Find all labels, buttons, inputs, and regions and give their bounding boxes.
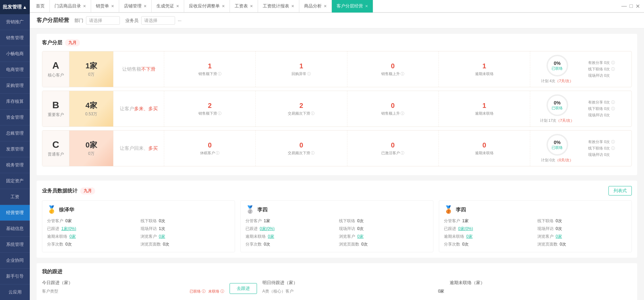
stat-num: 1	[208, 62, 212, 70]
tier-count-num: 0家	[85, 140, 97, 150]
list-view-btn[interactable]: 列表式	[608, 186, 632, 195]
tab-kehu[interactable]: 客户分层经营✕	[332, 0, 373, 13]
sidebar-item-xiaoshou[interactable]: 销售管理	[0, 30, 30, 46]
followup-overdue-col: 逾期未联络（家）	[450, 280, 632, 289]
sidebar-header[interactable]: 批发管理 ▲	[0, 0, 30, 14]
sp-stat-value: 0次	[560, 241, 566, 247]
sidebar-item-caigou[interactable]: 采购管理	[0, 78, 30, 94]
tab-maximize-btn[interactable]: □	[629, 3, 633, 9]
sp-stat-value[interactable]: 0家	[556, 234, 562, 239]
tab-close-btn[interactable]: ✕	[636, 3, 640, 9]
tab-mendian[interactable]: 门店商品目录✕	[50, 0, 91, 13]
tab-close-gongzi_stat[interactable]: ✕	[291, 4, 294, 8]
tab-yingshou[interactable]: 应收应付调整单✕	[184, 0, 230, 13]
tab-close-shangpin[interactable]: ✕	[324, 4, 327, 8]
sp-stat-value[interactable]: 0家	[69, 234, 76, 239]
sp-stat-value[interactable]: 0家(0%)	[260, 226, 275, 232]
sp-stat-label: 逾期未联络	[245, 234, 266, 239]
sp-stat-row: 浏览页面数 0次	[141, 241, 230, 247]
sp-stat-value[interactable]: 0家	[466, 234, 473, 239]
tab-shengcheng[interactable]: 生成凭证✕	[152, 0, 184, 13]
sp-stat-value[interactable]: 0家	[268, 234, 274, 239]
sidebar-item-kucun[interactable]: 库存核算	[0, 94, 30, 110]
sidebar-item-shuiwu[interactable]: 税务管理	[0, 157, 30, 173]
sidebar-item-fapiao[interactable]: 发票管理	[0, 141, 30, 157]
stat-label: 回购异常 ⓘ	[292, 71, 311, 76]
tab-close-kehu[interactable]: ✕	[365, 4, 368, 8]
sidebar-item-zijin[interactable]: 资金管理	[0, 110, 30, 125]
content-area: 客户分层 九月 A 核心客户 1家 0万 让销售额不下滑 1 销售额下滑 ⓘ 1…	[30, 28, 644, 300]
stat-cell-B-1: 2 交易频次下滑 ⓘ	[256, 91, 347, 126]
salesperson-select[interactable]: 请选择	[141, 16, 175, 25]
customer-section-title: 客户分层 九月	[42, 39, 632, 46]
sidebar-item-xiaodian[interactable]: 小畅电商	[0, 46, 30, 62]
goto-followup-btn[interactable]: 去跟进	[230, 283, 257, 294]
tab-actions: — □ ✕	[621, 3, 643, 9]
info-icon[interactable]: ⓘ	[611, 100, 615, 105]
info-icon[interactable]: ⓘ	[611, 67, 615, 72]
sidebar-item-gudingzichan[interactable]: 固定资产	[0, 173, 30, 189]
sp-stat-label: 线下联络	[141, 218, 157, 224]
tab-bar: 首页门店商品目录✕销货单✕店铺管理✕生成凭证✕应收应付调整单✕工资表✕工资统计报…	[30, 0, 644, 13]
sp-stat-value[interactable]: 0家(0%)	[458, 226, 473, 232]
tab-gongzi_stat[interactable]: 工资统计报表✕	[258, 0, 299, 13]
sp-stat-label: 分管客户	[444, 218, 460, 224]
sidebar-item-yun[interactable]: 云应用	[0, 284, 30, 300]
aside-item: 有效分享 0次 ⓘ	[588, 60, 627, 65]
dept-select[interactable]: 请选择	[86, 16, 120, 25]
sp-stat-value: 1家	[264, 218, 270, 224]
tab-close-dianpu[interactable]: ✕	[144, 4, 147, 8]
sidebar-collapse-icon[interactable]: ▲	[22, 4, 27, 10]
sidebar-item-yingxiao[interactable]: 营销推广	[0, 14, 30, 30]
filter-more-btn[interactable]: ···	[178, 18, 181, 23]
info-icon[interactable]: ⓘ	[401, 111, 404, 116]
tab-label-gongzi_tab: 工资表	[235, 3, 248, 9]
sp-stat-value[interactable]: 1家(0%)	[61, 226, 76, 232]
tab-shangpin[interactable]: 商品分析✕	[299, 0, 332, 13]
stat-num: 1	[482, 62, 486, 70]
sp-stat-label: 分享次数	[47, 241, 63, 247]
salesperson-grid: 🥇 徐泽华 分管客户 0家 线下联络 0次 已跟进 1家(0%) 现场拜访 1次…	[42, 200, 632, 252]
info-icon[interactable]: ⓘ	[401, 151, 404, 156]
stat-label: 销售额上升 ⓘ	[381, 71, 404, 76]
tab-close-gongzi_tab[interactable]: ✕	[250, 4, 253, 8]
sidebar-item-qiye[interactable]: 企业协同	[0, 253, 30, 269]
sp-stat-value[interactable]: 0家	[357, 234, 364, 239]
sp-stat-label: 现场拜访	[141, 226, 157, 232]
info-icon[interactable]: ⓘ	[307, 71, 311, 76]
info-icon[interactable]: ⓘ	[218, 71, 221, 76]
tab-xiaohuo[interactable]: 销货单✕	[91, 0, 119, 13]
sidebar-item-dianshang[interactable]: 电商管理	[0, 62, 30, 78]
info-icon[interactable]: ⓘ	[611, 139, 615, 144]
aside-item: 线下联络 0次 ⓘ	[588, 106, 627, 111]
tab-gongzi_tab[interactable]: 工资表✕	[230, 0, 258, 13]
sp-stat-value[interactable]: 0家	[159, 234, 165, 239]
info-icon[interactable]: ⓘ	[218, 111, 221, 116]
info-icon[interactable]: ⓘ	[216, 151, 219, 156]
info-icon[interactable]: ⓘ	[401, 71, 404, 76]
tab-close-shengcheng[interactable]: ✕	[176, 4, 179, 8]
tab-pin-btn[interactable]: —	[621, 3, 627, 9]
info-icon[interactable]: ⓘ	[611, 146, 615, 151]
sidebar-item-xinshou[interactable]: 新手引导	[0, 269, 30, 284]
followup-overdue-title: 逾期未联络（家）	[450, 280, 632, 286]
sidebar-item-jichu[interactable]: 基础信息	[0, 221, 30, 237]
tab-dianpu[interactable]: 店铺管理✕	[119, 0, 152, 13]
sp-stat-label: 线下联络	[339, 218, 355, 224]
tab-label-xiaohuo: 销货单	[96, 3, 109, 9]
stat-cell-C-3: 0 逾期未联络	[439, 131, 530, 166]
stat-cell-B-3: 1 逾期未联络	[439, 91, 530, 126]
info-icon[interactable]: ⓘ	[311, 151, 315, 156]
sidebar-item-gongzi[interactable]: 工资	[0, 189, 30, 205]
tab-home[interactable]: 首页	[31, 0, 50, 13]
info-icon[interactable]: ⓘ	[611, 60, 615, 65]
tab-close-yingshou[interactable]: ✕	[222, 4, 225, 8]
sidebar-item-zhangzhang[interactable]: 总账管理	[0, 125, 30, 141]
info-icon[interactable]: ⓘ	[611, 106, 615, 111]
info-icon[interactable]: ⓘ	[311, 111, 315, 116]
sidebar-item-jingying[interactable]: 经营管理	[0, 205, 30, 221]
sp-stat-row: 现场拜访 0次	[339, 226, 428, 232]
tab-close-xiaohuo[interactable]: ✕	[111, 4, 114, 8]
tab-close-mendian[interactable]: ✕	[83, 4, 86, 8]
sidebar-item-xitong[interactable]: 系统管理	[0, 237, 30, 253]
